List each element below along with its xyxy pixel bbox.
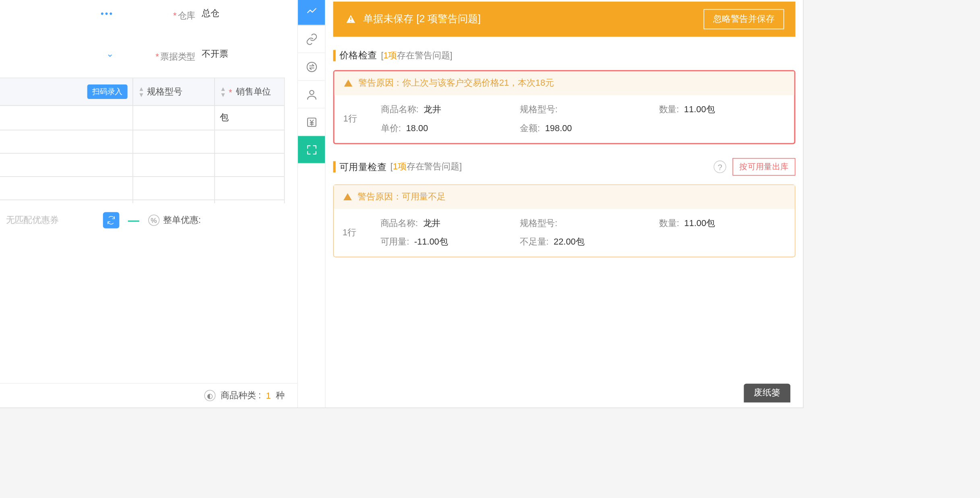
stock-warning-card: 警告原因：可用量不足 1行 商品名称:龙井 规格型号: 数量:11.00包 可用… <box>333 184 795 257</box>
sort-icon: ▲▼ <box>220 85 226 98</box>
stock-out-button[interactable]: 按可用量出库 <box>732 158 795 176</box>
col-unit[interactable]: ▲▼*销售单位 <box>215 78 284 105</box>
row-number: 1行 <box>343 104 368 134</box>
discount-icon: % <box>148 214 159 226</box>
col-product[interactable]: ▲▼*商品扫码录入 <box>0 78 133 105</box>
stock-check-section: 可用量检查 [1项存在警告问题] ? 按可用量出库 警告原因：可用量不足 <box>333 154 795 257</box>
chart-icon <box>306 5 318 18</box>
warning-icon <box>343 78 353 88</box>
kinds-icon: ◐ <box>205 390 216 401</box>
warning-icon <box>343 192 353 202</box>
strip-exchange-button[interactable] <box>298 53 326 81</box>
minus-icon: — <box>128 214 139 227</box>
customer-input[interactable]: 老张茶叶店 ••• <box>0 8 114 20</box>
smart-detect-panel: 智能检测 ✕ 单据未保存 [2 项警告问题] 忽略警告并保存 价格检查 [1项存… <box>325 0 803 407</box>
table-row[interactable]: 4 <box>0 177 284 200</box>
refresh-coupon-button[interactable] <box>103 212 119 228</box>
svg-point-13 <box>307 62 316 71</box>
warning-banner: 单据未保存 [2 项警告问题] 忽略警告并保存 <box>333 2 795 37</box>
warning-icon <box>345 13 357 25</box>
svg-point-14 <box>310 90 314 94</box>
exchange-icon <box>306 60 318 73</box>
section-bar-icon <box>333 161 335 173</box>
invoice-select[interactable]: 不开票 <box>202 49 265 60</box>
chevron-down-icon: ⌄ <box>106 49 114 59</box>
sales-form-panel: 销货单 退货单 单据日期 2020-02-05 单据编号 SA-20200205… <box>0 0 297 407</box>
stock-check-count: [1项存在警告问题] <box>391 161 462 173</box>
table-row[interactable] <box>0 200 284 204</box>
address-select[interactable]: ⌄ <box>0 49 114 59</box>
link-icon <box>306 33 318 45</box>
sort-icon: ▲▼ <box>138 85 144 98</box>
expand-icon <box>306 143 318 156</box>
table-row[interactable]: 2 <box>0 130 284 154</box>
price-warning-card: 警告原因：你上次与该客户交易价格21，本次18元 1行 商品名称:龙井 规格型号… <box>333 70 795 144</box>
col-spec[interactable]: ▲▼规格型号 <box>133 78 215 105</box>
trash-drawer-button[interactable]: 废纸篓 <box>744 384 790 403</box>
help-button[interactable]: ? <box>713 161 726 173</box>
footer-summary: ◐ 商品种类 : 1 种 <box>0 383 297 407</box>
yen-icon <box>306 115 318 128</box>
warehouse-label: *仓库 <box>139 8 196 22</box>
table-row[interactable]: 3 <box>0 154 284 177</box>
more-dots-icon[interactable]: ••• <box>101 8 114 19</box>
price-check-count: [1项存在警告问题] <box>381 49 452 61</box>
strip-user-button[interactable] <box>298 81 326 109</box>
warehouse-select[interactable]: 总仓 <box>202 8 265 19</box>
user-icon <box>306 88 318 101</box>
ignore-save-button[interactable]: 忽略警告并保存 <box>703 9 784 29</box>
scan-input-button[interactable]: 扫码录入 <box>87 84 128 99</box>
strip-fullscreen-button[interactable] <box>298 136 326 164</box>
side-toolbar <box>297 0 325 407</box>
coupon-input[interactable]: 无匹配优惠券 <box>6 214 94 226</box>
items-table: ▲▼条码 ▲▼*商品扫码录入 ▲▼规格型号 ▲▼*销售单位 1 龙井 包 <box>0 78 285 203</box>
row-number: 1行 <box>343 218 368 248</box>
strip-detect-button[interactable] <box>298 0 326 25</box>
strip-link-button[interactable] <box>298 25 326 53</box>
refresh-icon <box>107 216 116 225</box>
order-discount: %整单优惠: <box>148 214 201 226</box>
table-row[interactable]: 1 龙井 包 <box>0 106 284 130</box>
section-bar-icon <box>333 49 335 61</box>
price-check-section: 价格检查 [1项存在警告问题] 警告原因：你上次与该客户交易价格21，本次18元… <box>333 45 795 144</box>
stock-check-title: 可用量检查 <box>339 161 387 173</box>
invoice-label: *票据类型 <box>139 49 196 62</box>
price-check-title: 价格检查 <box>339 49 377 62</box>
strip-currency-button[interactable] <box>298 108 326 136</box>
